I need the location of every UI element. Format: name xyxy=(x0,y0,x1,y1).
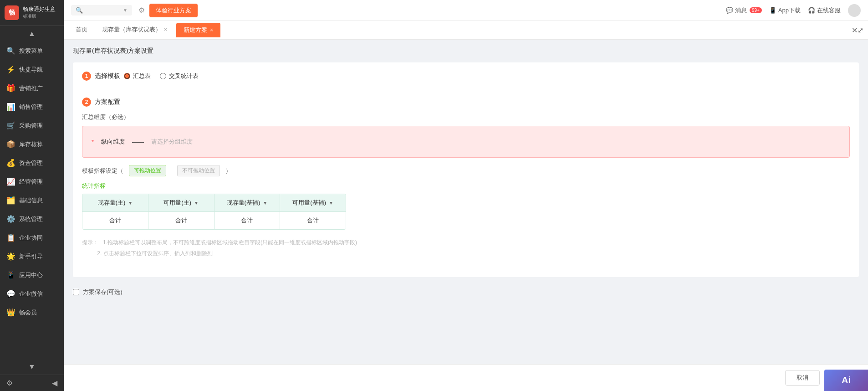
sidebar-label-purchase: 采购管理 xyxy=(19,122,43,130)
ai-badge[interactable]: Ai xyxy=(824,370,868,391)
indicator-close-paren: ） xyxy=(225,167,231,175)
sidebar-label-newbie: 新手引导 xyxy=(19,252,43,261)
message-label: 消息 xyxy=(735,6,747,15)
tips-section: 提示： 1.拖动标题栏可以调整布局，不可跨维度或指标区域拖动栏目字段(只能在同一… xyxy=(82,237,850,259)
step1-title: 选择模板 xyxy=(95,72,120,80)
stats-col-2: 现存量(基辅) ▼ 合计 xyxy=(214,194,281,229)
main-area: 🔍 ▼ ⚙ 体验行业方案 💬 消息 99+ 📱 App下载 🎧 在线客服 xyxy=(64,0,868,391)
sidebar-item-quicknav[interactable]: ⚡ 快捷导航 xyxy=(0,60,64,79)
radio-summary-label: 汇总表 xyxy=(133,72,151,80)
sidebar-label-marketing: 营销推广 xyxy=(19,84,43,93)
tab-home-label: 首页 xyxy=(76,26,87,34)
tips-title: 提示： 1.拖动标题栏可以调整布局，不可跨维度或指标区域拖动栏目字段(只能在同一… xyxy=(82,237,850,248)
sidebar-label-enterprise: 企业协同 xyxy=(19,234,43,242)
user-avatar[interactable] xyxy=(848,4,861,17)
sidebar-scroll-up[interactable]: ▲ xyxy=(0,26,64,41)
collapse-icon[interactable]: ◀ xyxy=(52,379,57,387)
sidebar-item-search[interactable]: 🔍 搜索菜单 xyxy=(0,41,64,60)
cancel-button[interactable]: 取消 xyxy=(785,370,820,386)
radio-summary-input[interactable] xyxy=(124,73,130,79)
sidebar-item-marketing[interactable]: 🎁 营销推广 xyxy=(0,79,64,98)
scroll-down-button[interactable]: ▼ xyxy=(26,361,37,373)
tab-new-plan[interactable]: 新建方案 × xyxy=(176,23,220,37)
stats-col-2-header[interactable]: 现存量(基辅) ▼ xyxy=(214,194,280,212)
sidebar-item-operation[interactable]: 📈 经营管理 xyxy=(0,172,64,191)
topbar-right: 💬 消息 99+ 📱 App下载 🎧 在线客服 xyxy=(726,4,861,17)
sidebar-item-finance[interactable]: 💰 资金管理 xyxy=(0,154,64,172)
stats-col-1-chevron-icon[interactable]: ▼ xyxy=(194,201,199,206)
sidebar-label-wechat: 企业微信 xyxy=(19,290,43,298)
indicator-movable-tag: 可拖动位置 xyxy=(129,165,166,176)
step2-section: 2 方案配置 汇总维度（必选） * 纵向维度 —— 请选择分组维度 模板指标设定… xyxy=(82,98,850,259)
message-item[interactable]: 💬 消息 99+ xyxy=(726,6,762,15)
brand-logo: 畅 xyxy=(5,5,19,20)
tab-new-plan-label: 新建方案 xyxy=(184,26,207,34)
tab-home[interactable]: 首页 xyxy=(68,21,95,39)
sidebar-label-operation: 经营管理 xyxy=(19,178,43,186)
radio-summary[interactable]: 汇总表 xyxy=(124,72,151,80)
sidebar-scroll-down[interactable]: ▼ xyxy=(0,359,64,375)
stats-col-0-chevron-icon[interactable]: ▼ xyxy=(128,201,133,206)
tab-inventory-close-icon[interactable]: × xyxy=(164,26,167,33)
trial-button[interactable]: 体验行业方案 xyxy=(149,4,198,17)
save-checkbox[interactable] xyxy=(73,289,79,295)
tab-inventory[interactable]: 现存量（库存状况表） × xyxy=(95,21,174,39)
save-label[interactable]: 方案保存(可选) xyxy=(83,288,123,296)
sidebar-item-enterprise[interactable]: 📋 企业协同 xyxy=(0,228,64,247)
sidebar-item-member[interactable]: 👑 畅会员 xyxy=(0,303,64,322)
sidebar-icon-apps: 📱 xyxy=(6,271,15,279)
search-icon: 🔍 xyxy=(76,7,83,14)
dimension-area[interactable]: * 纵向维度 —— 请选择分组维度 xyxy=(82,126,850,158)
topbar-search-box[interactable]: 🔍 ▼ xyxy=(71,5,132,15)
sidebar-label-apps: 应用中心 xyxy=(19,271,43,279)
sidebar-icon-marketing: 🎁 xyxy=(6,84,15,93)
window-expand-icon[interactable]: ⤢ xyxy=(858,26,863,35)
stats-col-2-chevron-icon[interactable]: ▼ xyxy=(263,201,267,206)
app-download-item[interactable]: 📱 App下载 xyxy=(769,6,801,15)
sidebar-icon-sales: 📊 xyxy=(6,103,15,111)
sidebar-item-basic[interactable]: 🗂️ 基础信息 xyxy=(0,191,64,210)
stats-col-3-chevron-icon[interactable]: ▼ xyxy=(329,201,333,206)
sidebar-label-finance: 资金管理 xyxy=(19,159,43,167)
sidebar-label-basic: 基础信息 xyxy=(19,196,43,205)
sidebar-item-sales[interactable]: 📊 销售管理 xyxy=(0,98,64,116)
sidebar-bottom: ⚙ ◀ xyxy=(0,375,64,391)
stats-table-header: 现存量(主) ▼ 合计 可用量(主) ▼ 合计 xyxy=(82,194,346,229)
radio-cross[interactable]: 交叉统计表 xyxy=(160,72,199,80)
footer: 取消 查询 xyxy=(64,364,868,391)
search-input[interactable] xyxy=(85,7,121,14)
dimension-placeholder: 请选择分组维度 xyxy=(151,138,193,146)
sidebar-item-system[interactable]: ⚙️ 系统管理 xyxy=(0,210,64,228)
sidebar-icon-finance: 💰 xyxy=(6,159,15,167)
sidebar-item-purchase[interactable]: 🛒 采购管理 xyxy=(0,116,64,135)
sidebar-item-apps[interactable]: 📱 应用中心 xyxy=(0,266,64,284)
step2-badge: 2 xyxy=(82,98,91,107)
sidebar-item-newbie[interactable]: 🌟 新手引导 xyxy=(0,247,64,266)
topbar-gear-icon[interactable]: ⚙ xyxy=(138,6,145,15)
radio-cross-label: 交叉统计表 xyxy=(169,72,199,80)
template-radio-group: 汇总表 交叉统计表 xyxy=(124,72,199,80)
stats-col-1-header[interactable]: 可用量(主) ▼ xyxy=(148,194,214,212)
sidebar-label-sales: 销售管理 xyxy=(19,103,43,111)
message-badge: 99+ xyxy=(750,7,762,13)
stats-col-3-header[interactable]: 可用量(基辅) ▼ xyxy=(280,194,346,212)
radio-cross-input[interactable] xyxy=(160,73,166,79)
step1-section: 1 选择模板 汇总表 交叉统计表 xyxy=(82,72,850,81)
dimension-dash: —— xyxy=(132,139,144,145)
stats-col-0-header[interactable]: 现存量(主) ▼ xyxy=(82,194,148,212)
indicator-settings-label: 模板指标设定（ xyxy=(82,167,123,175)
sidebar-label-inventory: 库存核算 xyxy=(19,140,43,149)
sidebar-item-wechat[interactable]: 💬 企业微信 xyxy=(0,284,64,303)
message-icon: 💬 xyxy=(726,7,733,14)
sidebar-label-member: 畅会员 xyxy=(19,309,37,317)
sidebar-item-inventory[interactable]: 📦 库存核算 xyxy=(0,135,64,154)
stats-table: 现存量(主) ▼ 合计 可用量(主) ▼ 合计 xyxy=(82,194,346,230)
scroll-up-button[interactable]: ▲ xyxy=(26,28,37,40)
window-close-icon[interactable]: ✕ xyxy=(852,26,858,35)
settings-icon[interactable]: ⚙ xyxy=(6,379,13,387)
sidebar-icon-member: 👑 xyxy=(6,308,15,317)
save-section: 方案保存(可选) xyxy=(73,283,859,302)
tab-new-plan-close-icon[interactable]: × xyxy=(210,27,213,33)
search-chevron-icon[interactable]: ▼ xyxy=(123,8,128,13)
online-service-item[interactable]: 🎧 在线客服 xyxy=(808,6,841,15)
